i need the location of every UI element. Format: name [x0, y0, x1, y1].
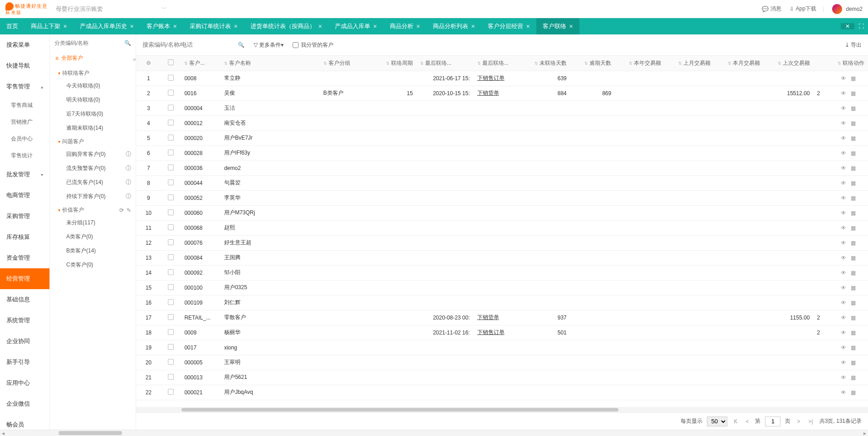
nav-资金管理[interactable]: 资金管理 [0, 247, 49, 268]
close-icon[interactable]: ✕ [318, 24, 322, 29]
grid-icon[interactable]: ▦ [851, 389, 856, 396]
close-icon[interactable]: ✕ [526, 24, 530, 29]
col-header[interactable]: ⇅本年交易额 [615, 56, 664, 71]
last-bill-link[interactable]: 下销货单 [477, 90, 499, 96]
view-icon[interactable]: 👁 [841, 240, 846, 246]
row-checkbox[interactable] [168, 90, 174, 96]
nav-畅会员[interactable]: 畅会员 [0, 414, 49, 430]
horizontal-scrollbar[interactable] [136, 407, 868, 412]
sort-icon[interactable]: ⇅ [584, 61, 588, 66]
col-header[interactable]: ⇅上次交易额 [764, 56, 813, 71]
tab-首页[interactable]: 首页 [0, 18, 25, 34]
messages-link[interactable]: 💬 消息 [762, 5, 781, 13]
nav-企业微信[interactable]: 企业微信 [0, 393, 49, 414]
nav-sub-营销推广[interactable]: 营销推广 [0, 114, 49, 131]
account-name[interactable]: 母婴行业演示账套 [56, 5, 103, 13]
nav-快捷导航[interactable]: 快捷导航 [0, 55, 49, 76]
row-checkbox[interactable] [168, 374, 174, 380]
nav-电商管理[interactable]: 电商管理 [0, 185, 49, 206]
col-header[interactable]: ⇅最后联络... [417, 56, 474, 71]
table-row[interactable]: 5000020用户BvE7Jr👁▦ [136, 131, 868, 145]
search-icon[interactable]: 🔍 [238, 42, 245, 48]
grid-icon[interactable]: ▦ [851, 329, 856, 336]
tab-商品分析[interactable]: 商品分析✕ [383, 18, 427, 34]
view-icon[interactable]: 👁 [841, 135, 846, 141]
info-icon[interactable]: ⓘ [126, 165, 131, 172]
view-icon[interactable]: 👁 [841, 150, 846, 156]
tab-商品分析列表[interactable]: 商品分析列表✕ [427, 18, 481, 34]
scroll-left-icon[interactable]: ◂ [0, 430, 6, 436]
row-checkbox[interactable] [168, 135, 174, 140]
close-icon[interactable]: ✕ [63, 24, 67, 29]
grid-icon[interactable]: ▦ [851, 315, 856, 321]
close-icon[interactable]: ✕ [173, 24, 177, 29]
sort-icon[interactable]: ⇅ [420, 61, 424, 66]
view-icon[interactable]: 👁 [841, 329, 846, 336]
checkbox[interactable] [293, 42, 299, 48]
col-header[interactable]: ⇅客户... [181, 56, 220, 71]
sort-icon[interactable]: ⇅ [386, 61, 390, 66]
row-checkbox[interactable] [168, 254, 174, 260]
row-checkbox[interactable] [168, 75, 174, 81]
sort-icon[interactable]: ⇅ [778, 61, 781, 66]
view-icon[interactable]: 👁 [841, 105, 846, 111]
grid-icon[interactable]: ▦ [851, 75, 856, 82]
table-row[interactable]: 13000084王国腾👁▦ [136, 250, 868, 265]
my-customers-checkbox[interactable]: 我分管的客户 [293, 41, 333, 49]
nav-采购管理[interactable]: 采购管理 [0, 206, 49, 227]
view-icon[interactable]: 👁 [841, 359, 846, 366]
table-row[interactable]: 9000052李英华👁▦ [136, 190, 868, 205]
nav-经营管理[interactable]: 经营管理 [0, 268, 49, 289]
row-checkbox[interactable] [168, 120, 174, 126]
app-download-link[interactable]: ⇩ App下载 [790, 5, 816, 13]
grid-icon[interactable]: ▦ [851, 165, 856, 171]
nav-sub-零售统计[interactable]: 零售统计 [0, 147, 49, 164]
tab-进货单统计表（按商品）[interactable]: 进货单统计表（按商品）✕ [244, 18, 329, 34]
nav-批发管理[interactable]: 批发管理▾ [0, 164, 49, 185]
view-icon[interactable]: 👁 [841, 90, 846, 97]
col-header[interactable]: ⇅本月交易额 [714, 56, 764, 71]
nav-应用中心[interactable]: 应用中心 [0, 373, 49, 393]
row-checkbox[interactable] [168, 344, 174, 350]
sort-icon[interactable]: ⇅ [184, 61, 188, 66]
grid-icon[interactable]: ▦ [851, 285, 856, 291]
row-checkbox[interactable] [168, 105, 174, 111]
col-header[interactable]: ⇅客户名称 [221, 56, 320, 71]
table-row[interactable]: 22000021用户JbqAvq👁▦ [136, 385, 868, 400]
sort-icon[interactable]: ⇅ [728, 61, 731, 66]
tree-item[interactable]: C类客户(0) [50, 258, 136, 272]
table-row[interactable]: 20016吴俊B类客户152020-10-15 15:下销货单884869155… [136, 86, 868, 101]
row-checkbox[interactable] [168, 194, 174, 200]
view-icon[interactable]: 👁 [841, 255, 846, 261]
tree-root[interactable]: ≡ 全部客户 [50, 48, 136, 67]
col-header[interactable]: ⚙ [136, 56, 161, 71]
more-filters-button[interactable]: ▽ 更多条件 ▾ [254, 41, 284, 49]
gear-icon[interactable]: ⚙ [146, 60, 151, 66]
search-icon[interactable]: 🔍 [124, 40, 131, 46]
view-icon[interactable]: 👁 [841, 180, 846, 186]
window-horizontal-scrollbar[interactable]: ◂ ▸ [0, 430, 868, 436]
table-row[interactable]: 12000076好生意王超👁▦ [136, 235, 868, 250]
view-icon[interactable]: 👁 [841, 374, 846, 381]
row-checkbox[interactable] [168, 299, 174, 305]
grid-icon[interactable]: ▦ [851, 255, 856, 261]
tree-item[interactable]: A类客户(0) [50, 230, 136, 244]
col-header[interactable]: ⇅联络动作 [828, 56, 868, 71]
nav-新手引导[interactable]: 新手引导 [0, 352, 49, 373]
table-row[interactable]: 10000060用户M73QRj👁▦ [136, 205, 868, 220]
grid-icon[interactable]: ▦ [851, 344, 856, 351]
nav-sub-零售商城[interactable]: 零售商城 [0, 97, 49, 114]
first-page-button[interactable]: K [732, 418, 739, 425]
view-icon[interactable]: 👁 [841, 225, 846, 231]
tree-group-待联络客户[interactable]: ▾待联络客户 [50, 67, 136, 79]
nav-库存核算[interactable]: 库存核算 [0, 227, 49, 247]
grid-icon[interactable]: ▦ [851, 90, 856, 97]
close-icon[interactable]: ✕ [416, 24, 420, 29]
col-header[interactable]: ⇅上月交易额 [665, 56, 714, 71]
sort-icon[interactable]: ⇅ [838, 61, 841, 66]
select-all-checkbox[interactable] [168, 59, 174, 65]
grid-icon[interactable]: ▦ [851, 225, 856, 231]
tree-item[interactable]: 持续下滑客户(0)ⓘ [50, 189, 136, 203]
view-icon[interactable]: 👁 [841, 285, 846, 291]
sort-icon[interactable]: ⇅ [477, 61, 481, 66]
